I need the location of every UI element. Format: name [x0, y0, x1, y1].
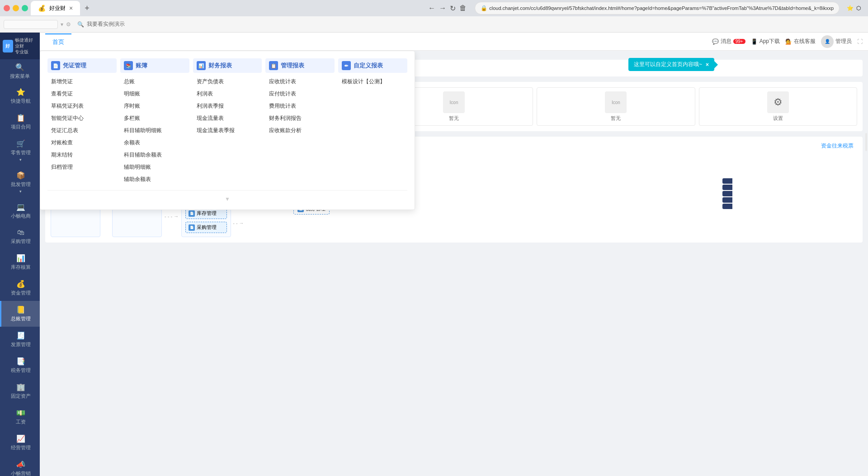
toolbar-input[interactable]: [4, 20, 58, 29]
menu-item-reconcile[interactable]: 对账检查: [49, 138, 115, 148]
sidebar-item-shortcut[interactable]: ⭐ 快捷导航: [0, 83, 40, 109]
stock-icon: 📊: [16, 254, 25, 262]
sidebar-item-stock[interactable]: 📊 库存核算: [0, 249, 40, 275]
sidebar-item-tax[interactable]: 📑 税务管理: [0, 352, 40, 378]
sidebar-label-assets: 固定资产: [11, 393, 31, 400]
quick-btn-community[interactable]: 服务社区: [722, 197, 732, 203]
menu-item-balance-sheet[interactable]: 余额表: [122, 138, 188, 148]
delete-button[interactable]: 🗑: [458, 3, 467, 14]
custom-report-title: 自定义报表: [354, 62, 383, 70]
new-tab-button[interactable]: +: [82, 3, 92, 14]
menu-item-payable-stats[interactable]: 应付统计表: [267, 89, 333, 99]
window-min-button[interactable]: [13, 5, 19, 11]
active-tab[interactable]: 💰 好业财 ×: [31, 1, 80, 15]
collapse-icon[interactable]: ▼: [225, 196, 230, 202]
sidebar-label-purchase: 采购管理: [11, 238, 31, 245]
tip-close-button[interactable]: ×: [706, 62, 709, 68]
menu-sections-row: 📄 凭证管理 新增凭证 查看凭证 草稿凭证列表 智能凭证中心 凭证汇总表 对账检…: [47, 58, 407, 185]
sidebar-item-purchase[interactable]: 🛍 采购管理: [0, 224, 40, 249]
icon-placeholder-4: Icon: [605, 91, 627, 113]
message-label: 消息: [721, 38, 731, 45]
menu-bottom-arrow: ▼: [47, 196, 407, 202]
menu-item-profit-report[interactable]: 利润表: [195, 89, 260, 99]
user-menu[interactable]: 👤 管理员: [821, 35, 852, 48]
expand-icon[interactable]: ⛶: [857, 38, 863, 45]
menu-item-profit-quarterly[interactable]: 利润表季报: [195, 101, 260, 111]
search-icon: 🔍: [15, 63, 24, 71]
quick-btn-service[interactable]: 客服热线: [722, 191, 732, 196]
window-max-button[interactable]: [22, 5, 28, 11]
refresh-button[interactable]: ↻: [449, 3, 457, 14]
top-nav: 首页 💬 消息 99+ 📱 App下载 💁 在线客服: [40, 33, 868, 51]
tax-label[interactable]: 资金往来税票: [821, 142, 857, 150]
voucher-items: 新增凭证 查看凭证 草稿凭证列表 智能凭证中心 凭证汇总表 对账检查 期末结转 …: [47, 76, 117, 172]
user-avatar: 👤: [821, 35, 834, 48]
message-button[interactable]: 💬 消息 99+: [712, 38, 745, 45]
quick-btn-help[interactable]: 帮助中心: [722, 185, 732, 190]
menu-item-finance-profit[interactable]: 财务利润报告: [267, 113, 333, 124]
menu-item-template-design[interactable]: 模板设计【公测】: [340, 76, 406, 87]
demo-text[interactable]: 我要看实例演示: [87, 20, 125, 28]
sidebar-item-ecom[interactable]: 💻 小畅电商: [0, 198, 40, 224]
menu-item-cashflow[interactable]: 现金流量表: [195, 113, 260, 124]
tax-icon: 📑: [16, 357, 25, 366]
sidebar-item-invoice[interactable]: 🧾 发票管理: [0, 327, 40, 352]
menu-item-subject-aux[interactable]: 科目辅助明细账: [122, 125, 188, 136]
menu-item-sequence-ledger[interactable]: 序时账: [122, 101, 188, 111]
icon-label-3: 暂无: [449, 115, 459, 122]
sidebar-item-marketing[interactable]: 📣 小畅营销: [0, 456, 40, 476]
menu-item-multi-ledger[interactable]: 多栏账: [122, 113, 188, 124]
forward-button[interactable]: →: [438, 3, 447, 14]
app-download-button[interactable]: 📱 App下载: [751, 38, 780, 45]
icon-item-4[interactable]: Icon 暂无: [537, 87, 695, 126]
menu-item-general-ledger[interactable]: 总账: [122, 76, 188, 87]
sidebar-label-project: 项目合同: [11, 124, 31, 130]
mgmt-report-icon: 📋: [269, 61, 278, 70]
extension-icon[interactable]: ⬡: [856, 5, 861, 11]
menu-item-expense-stats[interactable]: 费用统计表: [267, 101, 333, 111]
sidebar-label-general: 总账管理: [11, 315, 31, 322]
ops-icon: 📈: [16, 434, 25, 443]
tab-close-icon[interactable]: ×: [69, 5, 73, 12]
menu-item-detail-ledger[interactable]: 明细账: [122, 89, 188, 99]
sidebar-item-wholesale[interactable]: 📦 批发管理 ▾: [0, 167, 40, 198]
menu-item-add-voucher[interactable]: 新增凭证: [49, 76, 115, 87]
online-service-button[interactable]: 💁 在线客服: [785, 38, 816, 45]
menu-item-receivable-analysis[interactable]: 应收账款分析: [267, 125, 333, 136]
menu-item-aux-balance[interactable]: 辅助余额表: [122, 174, 188, 185]
menu-item-subject-aux-balance[interactable]: 科目辅助余额表: [122, 150, 188, 160]
menu-item-draft-voucher[interactable]: 草稿凭证列表: [49, 101, 115, 111]
sidebar-item-assets[interactable]: 🏢 固定资产: [0, 378, 40, 404]
tab-home[interactable]: 首页: [45, 33, 71, 50]
icon-item-settings[interactable]: ⚙ 设置: [699, 87, 857, 126]
sidebar-item-general[interactable]: 📒 总账管理: [0, 301, 40, 327]
inventory-label: 库存管理: [197, 210, 217, 217]
window-close-button[interactable]: [4, 5, 10, 11]
sidebar-item-salary[interactable]: 💵 工资: [0, 404, 40, 430]
sidebar-label-ecom: 小畅电商: [11, 213, 31, 219]
settings-icon[interactable]: ⚙: [66, 21, 71, 28]
quick-btn-desktop[interactable]: 桌面快捷: [722, 204, 732, 209]
sidebar-item-search[interactable]: 🔍 搜索菜单: [0, 59, 40, 83]
menu-item-balance-sheet-report[interactable]: 资产负债表: [195, 76, 260, 87]
menu-item-receivable-stats[interactable]: 应收统计表: [267, 76, 333, 87]
sidebar-item-capital[interactable]: 💰 资金管理: [0, 275, 40, 301]
menu-dropdown: 📄 凭证管理 新增凭证 查看凭证 草稿凭证列表 智能凭证中心 凭证汇总表 对账检…: [40, 51, 415, 210]
flow-box-purchase[interactable]: 📄 采购管理: [185, 222, 227, 233]
bookmark-icon[interactable]: ⭐: [847, 5, 854, 11]
back-button[interactable]: ←: [427, 3, 436, 14]
menu-item-cashflow-quarterly[interactable]: 现金流量表季报: [195, 125, 260, 136]
menu-item-period-carry[interactable]: 期末结转: [49, 150, 115, 160]
menu-item-archive[interactable]: 归档管理: [49, 162, 115, 172]
quick-btn-home[interactable]: 首页设置: [722, 178, 732, 184]
menu-item-smart-center[interactable]: 智能凭证中心: [49, 113, 115, 124]
dropdown-icon[interactable]: ▾: [61, 21, 63, 28]
sidebar-label-ops: 经营管理: [11, 444, 31, 451]
sidebar-item-retail[interactable]: 🛒 零售管理 ▾: [0, 135, 40, 167]
address-bar[interactable]: 🔒 cloud.chanjet.com/cc/u6d89qwnryel/57bf…: [475, 2, 840, 14]
sidebar-item-ops[interactable]: 📈 经营管理: [0, 430, 40, 456]
sidebar-item-project[interactable]: 📋 项目合同: [0, 109, 40, 135]
menu-item-aux-detail[interactable]: 辅助明细账: [122, 162, 188, 172]
menu-item-voucher-summary[interactable]: 凭证汇总表: [49, 125, 115, 136]
menu-item-view-voucher[interactable]: 查看凭证: [49, 89, 115, 99]
